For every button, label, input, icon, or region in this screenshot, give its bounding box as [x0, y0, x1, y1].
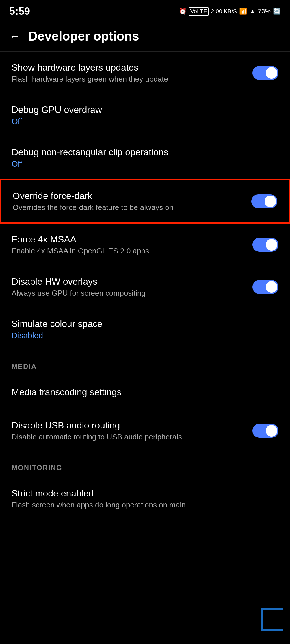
toggle-disable-hw-overlays[interactable]: [252, 280, 278, 294]
toggle-show-hardware-layers[interactable]: [252, 66, 278, 80]
sync-icon: 🔄: [273, 8, 281, 15]
setting-text: Media transcoding settings: [12, 387, 278, 399]
setting-subtitle: Flash screen when apps do long operation…: [12, 501, 272, 509]
setting-title: Disable USB audio routing: [12, 420, 246, 431]
setting-subtitle: Overrides the force-dark feature to be a…: [13, 203, 244, 212]
toggle-disable-usb-audio[interactable]: [252, 424, 278, 438]
svg-rect-0: [262, 609, 283, 630]
setting-subtitle: Enable 4x MSAA in OpenGL ES 2.0 apps: [12, 246, 246, 255]
settings-list: Show hardware layers updates Flash hardw…: [0, 52, 290, 520]
setting-text: Strict mode enabled Flash screen when ap…: [12, 488, 278, 509]
setting-text: Override force-dark Overrides the force-…: [13, 191, 251, 212]
setting-disable-usb-audio[interactable]: Disable USB audio routing Disable automa…: [0, 410, 290, 452]
setting-override-force-dark[interactable]: Override force-dark Overrides the force-…: [0, 179, 290, 224]
page-title: Developer options: [28, 29, 139, 43]
setting-value: Off: [12, 159, 272, 169]
gl-corner-icon: [261, 608, 284, 632]
setting-title: Override force-dark: [13, 191, 244, 201]
status-bar: 5:59 ⏰ VoLTE 2.00 KB/S 📶 ▲ 73% 🔄: [0, 0, 290, 21]
setting-show-hardware-layers[interactable]: Show hardware layers updates Flash hardw…: [0, 52, 290, 94]
toggle-override-force-dark[interactable]: [251, 194, 277, 208]
setting-media-transcoding[interactable]: Media transcoding settings: [0, 376, 290, 410]
setting-text: Disable HW overlays Always use GPU for s…: [12, 276, 252, 298]
setting-subtitle: Disable automatic routing to USB audio p…: [12, 433, 246, 441]
status-time: 5:59: [9, 5, 30, 17]
setting-text: Debug non-rectangular clip operations Of…: [12, 147, 278, 169]
wifi-icon: 📶: [239, 8, 247, 15]
setting-text: Disable USB audio routing Disable automa…: [12, 420, 252, 441]
setting-debug-non-rectangular[interactable]: Debug non-rectangular clip operations Of…: [0, 137, 290, 179]
section-header-media: MEDIA: [0, 351, 290, 376]
setting-title: Media transcoding settings: [12, 387, 272, 398]
setting-title: Debug non-rectangular clip operations: [12, 147, 272, 158]
setting-text: Show hardware layers updates Flash hardw…: [12, 62, 252, 84]
setting-force-4x-msaa[interactable]: Force 4x MSAA Enable 4x MSAA in OpenGL E…: [0, 224, 290, 266]
setting-text: Force 4x MSAA Enable 4x MSAA in OpenGL E…: [12, 234, 252, 255]
setting-text: Debug GPU overdraw Off: [12, 104, 278, 126]
setting-subtitle: Flash hardware layers green when they up…: [12, 75, 246, 84]
setting-text: Simulate colour space Disabled: [12, 319, 278, 340]
battery-text: 73%: [258, 8, 271, 15]
signal-icon: ▲: [249, 8, 256, 15]
setting-disable-hw-overlays[interactable]: Disable HW overlays Always use GPU for s…: [0, 266, 290, 308]
alarm-icon: ⏰: [179, 8, 187, 15]
setting-title: Disable HW overlays: [12, 276, 246, 287]
setting-simulate-colour-space[interactable]: Simulate colour space Disabled: [0, 308, 290, 351]
setting-title: Strict mode enabled: [12, 488, 272, 499]
setting-value: Disabled: [12, 331, 272, 340]
setting-title: Simulate colour space: [12, 319, 272, 329]
setting-value: Off: [12, 117, 272, 126]
setting-title: Debug GPU overdraw: [12, 104, 272, 115]
header: ← Developer options: [0, 21, 290, 52]
setting-subtitle: Always use GPU for screen compositing: [12, 289, 246, 298]
toggle-force-4x-msaa[interactable]: [252, 238, 278, 252]
setting-title: Show hardware layers updates: [12, 62, 246, 73]
status-icons: ⏰ VoLTE 2.00 KB/S 📶 ▲ 73% 🔄: [179, 7, 281, 16]
setting-strict-mode[interactable]: Strict mode enabled Flash screen when ap…: [0, 478, 290, 520]
volte-icon: VoLTE: [189, 7, 209, 16]
setting-debug-gpu-overdraw[interactable]: Debug GPU overdraw Off: [0, 94, 290, 137]
setting-title: Force 4x MSAA: [12, 234, 246, 245]
network-speed: 2.00 KB/S: [211, 8, 237, 15]
back-button[interactable]: ←: [9, 30, 20, 43]
section-header-monitoring: MONITORING: [0, 452, 290, 478]
